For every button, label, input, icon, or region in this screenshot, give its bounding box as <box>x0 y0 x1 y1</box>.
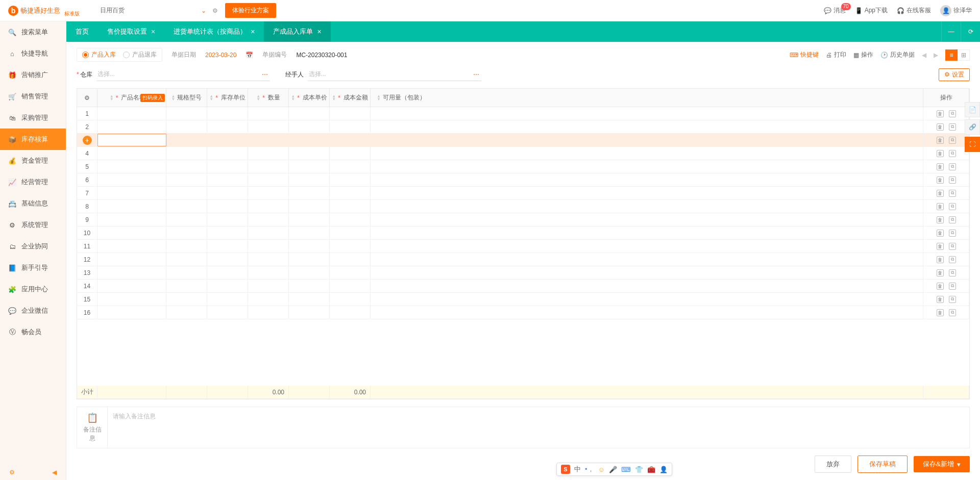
delete-icon[interactable]: 🗑 <box>937 203 944 210</box>
cell-price[interactable] <box>289 280 330 292</box>
cell-amount[interactable] <box>330 293 371 306</box>
col-available[interactable]: ▲▼ 可用量（包装） <box>371 89 923 107</box>
copy-icon[interactable]: ⧉ <box>949 269 956 276</box>
cta-button[interactable]: 体验行业方案 <box>225 3 276 18</box>
table-row[interactable]: 12🗑⧉ <box>77 253 969 266</box>
cell-name[interactable] <box>97 120 166 133</box>
cell-name[interactable] <box>97 134 166 146</box>
col-name[interactable]: ▲▼ *产品名称 ? 扫码录入 <box>97 89 166 107</box>
cell-qty[interactable] <box>248 253 289 266</box>
cell-avail[interactable] <box>371 187 923 199</box>
col-qty[interactable]: ▲▼ *数量 <box>248 89 289 107</box>
cell-name[interactable] <box>97 160 166 173</box>
copy-icon[interactable]: ⧉ <box>949 190 956 197</box>
cell-price[interactable] <box>289 213 330 226</box>
user-menu[interactable]: 👤 徐泽华 <box>940 5 972 16</box>
cell-price[interactable] <box>289 120 330 133</box>
delete-icon[interactable]: 🗑 <box>937 137 944 144</box>
delete-icon[interactable]: 🗑 <box>937 309 944 316</box>
cell-qty[interactable] <box>248 280 289 292</box>
cell-amount[interactable] <box>330 306 371 319</box>
cell-avail[interactable] <box>371 213 923 226</box>
cell-name[interactable] <box>97 293 166 306</box>
delete-icon[interactable]: 🗑 <box>937 243 944 250</box>
sidebar-item[interactable]: 📈经营管理 <box>0 171 66 193</box>
cell-price[interactable] <box>289 306 330 319</box>
cell-amount[interactable] <box>330 107 371 120</box>
cell-spec[interactable] <box>166 147 207 160</box>
cell-name[interactable] <box>97 266 166 279</box>
rail-note-button[interactable]: 📄 <box>965 102 980 117</box>
table-row[interactable]: 4🗑⧉ <box>77 147 969 160</box>
cell-price[interactable] <box>289 293 330 306</box>
cell-unit[interactable] <box>207 120 248 133</box>
copy-icon[interactable]: ⧉ <box>949 203 956 210</box>
cell-name[interactable] <box>97 226 166 239</box>
cell-amount[interactable] <box>330 187 371 199</box>
cell-avail[interactable] <box>371 253 923 266</box>
cell-spec[interactable] <box>166 306 207 319</box>
cell-qty[interactable] <box>248 147 289 160</box>
sidebar-item[interactable]: 🛍采购管理 <box>0 107 66 129</box>
cell-amount[interactable] <box>330 253 371 266</box>
table-row[interactable]: +🗑⧉ <box>77 134 969 147</box>
cell-amount[interactable] <box>330 213 371 226</box>
cell-price[interactable] <box>289 107 330 120</box>
cell-price[interactable] <box>289 253 330 266</box>
cell-name[interactable] <box>97 200 166 213</box>
cell-spec[interactable] <box>166 120 207 133</box>
remark-input[interactable]: 请输入备注信息 <box>108 407 969 448</box>
copy-icon[interactable]: ⧉ <box>949 123 956 131</box>
sidebar-item[interactable]: Ⓥ畅会员 <box>0 321 66 343</box>
cell-qty[interactable] <box>248 240 289 252</box>
sidebar-item[interactable]: 📦库存核算 <box>0 129 66 150</box>
delete-icon[interactable]: 🗑 <box>937 283 944 290</box>
cell-qty[interactable] <box>248 200 289 213</box>
cell-qty[interactable] <box>248 187 289 199</box>
delete-icon[interactable]: 🗑 <box>937 230 944 237</box>
cell-price[interactable] <box>289 240 330 252</box>
calendar-icon[interactable]: 📅 <box>246 52 253 59</box>
cell-avail[interactable] <box>371 200 923 213</box>
cell-avail[interactable] <box>371 240 923 252</box>
cell-amount[interactable] <box>330 134 371 146</box>
col-settings[interactable]: ⚙ <box>77 89 97 107</box>
cell-name[interactable] <box>97 280 166 292</box>
more-icon[interactable]: ⋯ <box>473 71 480 78</box>
tab[interactable]: 进货单统计表（按商品）× <box>164 21 264 42</box>
cell-spec[interactable] <box>166 213 207 226</box>
cell-price[interactable] <box>289 173 330 186</box>
cell-unit[interactable] <box>207 147 248 160</box>
close-icon[interactable]: × <box>151 28 155 36</box>
delete-icon[interactable]: 🗑 <box>937 190 944 197</box>
cell-spec[interactable] <box>166 280 207 292</box>
cell-price[interactable] <box>289 266 330 279</box>
cell-price[interactable] <box>289 200 330 213</box>
cell-name[interactable] <box>97 240 166 252</box>
cell-unit[interactable] <box>207 280 248 292</box>
ime-mic-icon[interactable]: 🎤 <box>609 466 617 473</box>
cell-unit[interactable] <box>207 253 248 266</box>
cell-spec[interactable] <box>166 160 207 173</box>
cell-qty[interactable] <box>248 306 289 319</box>
cell-name[interactable] <box>97 213 166 226</box>
cell-unit[interactable] <box>207 226 248 239</box>
cell-avail[interactable] <box>371 173 923 186</box>
cell-price[interactable] <box>289 147 330 160</box>
copy-icon[interactable]: ⧉ <box>949 110 956 117</box>
sidebar-item[interactable]: 💰资金管理 <box>0 150 66 171</box>
shortcut-button[interactable]: ⌨ 快捷键 <box>790 50 819 59</box>
cell-spec[interactable] <box>166 240 207 252</box>
cell-price[interactable] <box>289 187 330 199</box>
tab-minimize-button[interactable]: — <box>941 21 961 42</box>
delete-icon[interactable]: 🗑 <box>937 216 944 223</box>
ime-toolbox-icon[interactable]: 🧰 <box>647 466 655 473</box>
copy-icon[interactable]: ⧉ <box>949 243 956 250</box>
copy-icon[interactable]: ⧉ <box>949 283 956 290</box>
cell-avail[interactable] <box>371 306 923 319</box>
cell-unit[interactable] <box>207 306 248 319</box>
copy-icon[interactable]: ⧉ <box>949 230 956 237</box>
radio-product-in[interactable]: 产品入库 <box>82 50 116 59</box>
scan-tag[interactable]: 扫码录入 <box>140 94 165 102</box>
cell-qty[interactable] <box>248 293 289 306</box>
